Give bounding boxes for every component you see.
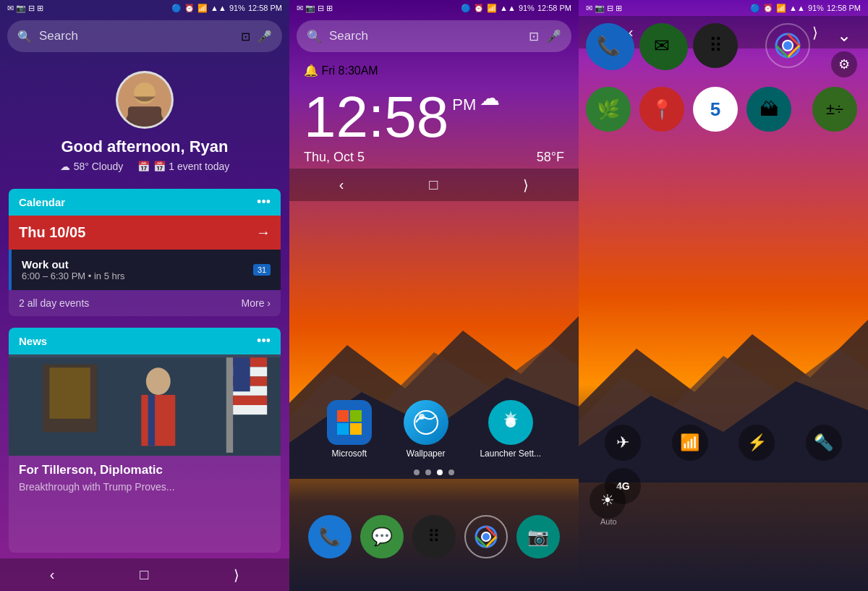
flashlight-icon[interactable]: 🔦 bbox=[806, 425, 842, 461]
svg-rect-8 bbox=[141, 395, 175, 446]
p2-mic-icon[interactable]: 🎤 bbox=[546, 29, 561, 44]
p3-status-left: ✉ 📷 ⊟ ⊞ bbox=[586, 4, 622, 13]
mic-icon[interactable]: 🎤 bbox=[258, 30, 272, 43]
p3-maps-icon: 📍 bbox=[639, 87, 684, 132]
recents-button[interactable]: ⟩ bbox=[234, 566, 239, 584]
dot-3 bbox=[437, 469, 443, 475]
svg-rect-23 bbox=[337, 423, 349, 435]
wallpaper-icon bbox=[404, 400, 448, 445]
p2-recents-button[interactable]: ⟩ bbox=[523, 177, 529, 194]
calendar-more-link[interactable]: More › bbox=[242, 297, 271, 309]
svg-rect-24 bbox=[350, 423, 362, 435]
panel3-status-bar: ✉ 📷 ⊟ ⊞ 🔵 ⏰ 📶 ▲▲ 91% 12:58 PM bbox=[579, 0, 868, 16]
search-icon: 🔍 bbox=[17, 30, 32, 43]
clock-temp: 58°F bbox=[537, 150, 564, 165]
qs-flashlight[interactable]: 🔦 bbox=[794, 425, 854, 461]
app-icon-launcher[interactable]: Launcher Sett... bbox=[480, 400, 541, 459]
status-right: 🔵 ⏰ 📶 ▲▲ 91% 12:58 PM bbox=[171, 4, 282, 13]
dock-phone[interactable]: 📞 bbox=[308, 515, 352, 558]
home-button[interactable]: □ bbox=[140, 566, 148, 583]
p3-chrome-area[interactable] bbox=[765, 23, 810, 68]
p2-battery: 91% bbox=[519, 4, 535, 12]
clock-display: 12:58 PM ☁ bbox=[289, 85, 579, 146]
p2-back-button[interactable]: ‹ bbox=[339, 177, 344, 193]
top-right-controls: ⌄ ⚙ bbox=[831, 25, 857, 77]
microsoft-label: Microsoft bbox=[332, 448, 367, 459]
calendar-more-btn[interactable]: ••• bbox=[257, 195, 271, 210]
p3-notify-icons: ✉ 📷 ⊟ ⊞ bbox=[586, 4, 622, 12]
weather-icon: ☁ bbox=[60, 161, 70, 172]
svg-rect-9 bbox=[148, 395, 155, 446]
calendar-date-row[interactable]: Thu 10/05 → bbox=[9, 216, 281, 250]
clock-date: Thu, Oct 5 bbox=[304, 150, 365, 165]
apps-row: Microsoft Wallpaper bbox=[289, 400, 579, 459]
panel2-search-bar[interactable]: 🔍 Search ⊡ 🎤 bbox=[297, 20, 571, 52]
p3-app-maps[interactable]: 📍 bbox=[639, 87, 684, 132]
svg-point-36 bbox=[783, 41, 792, 50]
microsoft-icon bbox=[327, 400, 372, 445]
dock-chrome[interactable] bbox=[464, 515, 508, 558]
p2-search-icon: 🔍 bbox=[307, 29, 322, 44]
p2-wifi: 📶 bbox=[487, 4, 497, 13]
settings-button[interactable]: ⚙ bbox=[831, 51, 857, 77]
alarm-row: 🔔 Fri 8:30AM bbox=[289, 56, 579, 85]
dock-camera[interactable]: 📷 bbox=[516, 515, 560, 558]
p2-status-right: 🔵 ⏰ 📶 ▲▲ 91% 12:58 PM bbox=[461, 4, 571, 13]
news-card-header: News ••• bbox=[9, 328, 281, 354]
p3-app-phone[interactable]: 📞 bbox=[586, 23, 631, 68]
dock-apps[interactable]: ⠿ bbox=[412, 515, 456, 558]
p3-recents-button[interactable]: ⟩ bbox=[812, 24, 818, 41]
clock-date-row: Thu, Oct 5 58°F bbox=[289, 146, 579, 169]
p3-calc-app[interactable]: ±÷ bbox=[812, 87, 857, 132]
event-info: 📅 📅 1 event today bbox=[137, 161, 229, 172]
chevron-down-icon[interactable]: ⌄ bbox=[837, 25, 851, 46]
all-day-row: 2 all day events More › bbox=[9, 290, 281, 316]
all-day-text: 2 all day events bbox=[19, 297, 89, 309]
app-icon-wallpaper[interactable]: Wallpaper bbox=[404, 400, 448, 459]
battery-pct: 91% bbox=[229, 4, 245, 12]
bluetooth-qs-icon[interactable]: ⚡ bbox=[739, 425, 775, 461]
p3-bluetooth: 🔵 bbox=[750, 4, 760, 13]
qs-airplane[interactable]: ✈ bbox=[593, 425, 653, 461]
p3-app-gallery[interactable]: 🏔 bbox=[746, 87, 791, 132]
p2-expand-icon[interactable]: ⊡ bbox=[529, 29, 539, 44]
p3-messages-icon: ✉ bbox=[639, 23, 684, 68]
p2-signal: ▲▲ bbox=[500, 4, 516, 12]
news-subheadline: Breakthrough with Trump Proves... bbox=[9, 481, 281, 500]
clock-ampm: PM bbox=[452, 97, 476, 113]
p2-home-button[interactable]: □ bbox=[429, 177, 438, 193]
news-more-btn[interactable]: ••• bbox=[257, 333, 271, 349]
wifi-qs-icon[interactable]: 📶 bbox=[672, 425, 708, 461]
p2-time: 12:58 PM bbox=[537, 4, 571, 12]
p3-app-drawer[interactable]: ⠿ bbox=[693, 23, 738, 68]
p2-status-left: ✉ 📷 ⊟ ⊞ bbox=[297, 4, 333, 13]
airplane-icon[interactable]: ✈ bbox=[605, 425, 641, 461]
brightness-icon[interactable]: ☀ bbox=[590, 482, 626, 519]
clock: 12:58 PM bbox=[248, 4, 282, 12]
dock-messages[interactable]: 💬 bbox=[360, 515, 404, 558]
calendar-card: Calendar ••• Thu 10/05 → Work out 6:00 –… bbox=[9, 189, 281, 316]
back-button[interactable]: ‹ bbox=[50, 566, 55, 583]
brightness-qs[interactable]: ☀ bbox=[590, 482, 626, 519]
qs-wifi[interactable]: 📶 bbox=[660, 425, 720, 461]
svg-rect-3 bbox=[128, 106, 161, 127]
app-icon-microsoft[interactable]: Microsoft bbox=[327, 400, 372, 459]
p3-app-subsrt[interactable]: 🌿 bbox=[586, 87, 631, 132]
calendar-event-row[interactable]: Work out 6:00 – 6:30 PM • in 5 hrs 31 bbox=[9, 250, 281, 290]
p3-app-calendar[interactable]: 5 bbox=[693, 87, 738, 132]
news-title: News bbox=[19, 335, 47, 347]
panel2-status-bar: ✉ 📷 ⊟ ⊞ 🔵 ⏰ 📶 ▲▲ 91% 12:58 PM bbox=[289, 0, 579, 16]
event-text: 📅 1 event today bbox=[153, 161, 229, 172]
p3-battery: 91% bbox=[808, 4, 824, 12]
p3-alarm: ⏰ bbox=[763, 4, 773, 13]
panel2-nav-bar: ‹ □ ⟩ bbox=[289, 169, 579, 201]
p3-app-messages[interactable]: ✉ bbox=[639, 23, 684, 68]
news-image[interactable] bbox=[9, 354, 281, 456]
search-input[interactable] bbox=[39, 29, 234, 43]
panel1-search-bar[interactable]: 🔍 ⊡ 🎤 bbox=[7, 20, 282, 52]
expand-icon[interactable]: ⊡ bbox=[241, 30, 250, 43]
p3-time: 12:58 PM bbox=[827, 4, 861, 12]
qs-bluetooth[interactable]: ⚡ bbox=[727, 425, 787, 461]
svg-rect-22 bbox=[350, 410, 362, 422]
calendar-card-header: Calendar ••• bbox=[9, 189, 281, 216]
